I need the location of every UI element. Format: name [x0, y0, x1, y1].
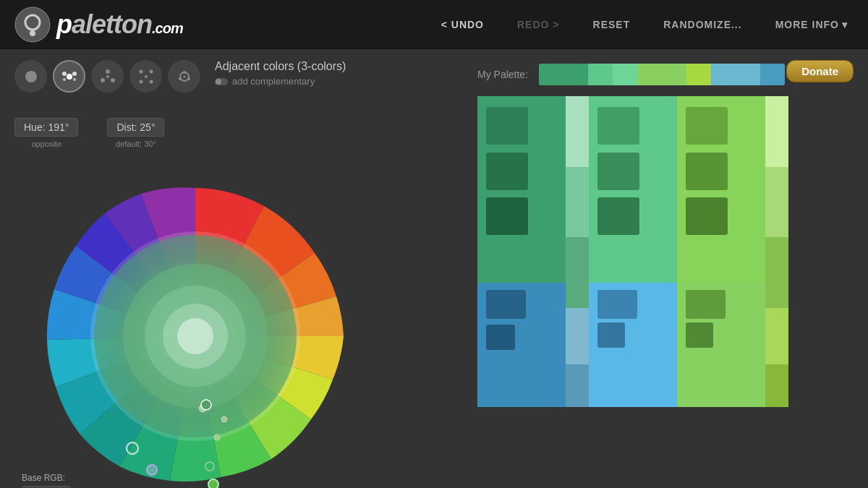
strip-color-3 — [613, 64, 637, 85]
svg-point-2 — [30, 30, 35, 36]
reset-button[interactable]: RESET — [587, 15, 637, 34]
wheel-container: Base RGB: 08A04E Fine Tune… — [14, 163, 376, 488]
dist-control: Dist: 25° default: 30° — [107, 118, 164, 148]
palette-col-3 — [677, 96, 765, 407]
side-swatch-1a[interactable] — [566, 96, 589, 167]
svg-point-38 — [208, 479, 218, 488]
swatch-lgreen-2 — [686, 153, 728, 190]
complementary-toggle[interactable] — [215, 78, 228, 85]
swatch-dark-2 — [486, 153, 528, 190]
logo: paletton.com — [14, 7, 435, 43]
side-swatch-1b[interactable] — [566, 167, 589, 238]
dist-sub: default: 30° — [116, 140, 156, 148]
slider-controls: Hue: 191° opposite Dist: 25° default: 30… — [14, 118, 463, 148]
dist-label[interactable]: Dist: 25° — [107, 118, 164, 137]
side-swatch-2c[interactable] — [765, 237, 788, 308]
svg-point-5 — [62, 72, 67, 76]
svg-point-14 — [149, 69, 153, 73]
palette-grid — [477, 96, 788, 407]
side-swatch-2b[interactable] — [765, 167, 788, 238]
svg-point-37 — [147, 465, 157, 475]
right-panel: My Palette: — [463, 60, 854, 477]
svg-point-16 — [149, 80, 153, 83]
svg-point-7 — [63, 78, 66, 81]
strip-color-5 — [686, 64, 711, 85]
palette-strip — [539, 64, 785, 85]
randomize-button[interactable]: RANDOMIZE... — [658, 15, 747, 34]
logo-text: paletton.com — [56, 9, 183, 40]
palette-label: Adjacent colors (3-colors) add complemen… — [215, 60, 346, 87]
swatch-blue-1 — [486, 290, 526, 319]
chevron-down-icon: ▾ — [842, 19, 848, 30]
svg-point-22 — [183, 75, 185, 77]
swatch-blue-2 — [486, 325, 515, 350]
hue-control: Hue: 191° opposite — [14, 118, 78, 148]
swatch-lgreen-3 — [686, 197, 728, 235]
side-swatch-1e[interactable] — [566, 364, 589, 407]
donate-button[interactable]: Donate — [786, 60, 854, 82]
main-area: Donate — [0, 49, 868, 488]
svg-point-0 — [15, 7, 50, 42]
palette-col2-main[interactable] — [589, 96, 677, 283]
svg-point-20 — [187, 77, 190, 80]
svg-point-8 — [73, 78, 76, 81]
mode-icons — [14, 60, 200, 93]
add-complementary[interactable]: add complementary — [215, 76, 346, 87]
mode-tetrad[interactable] — [129, 60, 162, 93]
swatch-green-3 — [597, 197, 639, 235]
hue-label[interactable]: Hue: 191° — [14, 118, 78, 137]
svg-point-29 — [177, 318, 213, 354]
redo-button[interactable]: REDO > — [511, 15, 566, 34]
swatch-dark-3 — [486, 197, 528, 235]
svg-point-9 — [106, 69, 110, 74]
swatch-blue2-1 — [597, 290, 637, 319]
svg-point-10 — [101, 78, 105, 82]
left-panel: Adjacent colors (3-colors) add complemen… — [14, 60, 463, 477]
hue-sub: opposite — [31, 140, 61, 148]
strip-color-2 — [588, 64, 613, 85]
logo-icon — [14, 7, 51, 43]
side-swatch-2d[interactable] — [765, 308, 788, 364]
svg-point-36 — [201, 400, 211, 410]
swatch-green-2 — [597, 153, 639, 190]
header: paletton.com < UNDO REDO > RESET RANDOMI… — [0, 0, 868, 49]
side-swatch-1d[interactable] — [566, 308, 589, 364]
palette-col3-main[interactable] — [677, 96, 765, 283]
mode-free[interactable] — [168, 60, 200, 93]
palette-col2-bottom[interactable] — [589, 283, 677, 407]
base-rgb-label: Base RGB: — [22, 473, 71, 483]
swatch-lgreen-1 — [686, 107, 728, 145]
strip-color-6 — [711, 64, 760, 85]
more-info-button[interactable]: MORE INFO ▾ — [770, 15, 854, 34]
svg-point-17 — [145, 75, 148, 78]
svg-point-19 — [183, 71, 186, 74]
palette-col-1 — [477, 96, 566, 407]
side-swatches-1 — [566, 96, 589, 407]
strip-color-1 — [539, 64, 588, 85]
palette-col3-bottom[interactable] — [677, 283, 765, 407]
side-swatch-1c[interactable] — [566, 237, 589, 308]
svg-point-6 — [72, 72, 77, 76]
palette-col-2 — [589, 96, 677, 407]
swatch-dark-1 — [486, 107, 528, 145]
svg-point-35 — [214, 435, 220, 440]
swatch-lgreen4-2 — [686, 322, 713, 348]
svg-point-15 — [139, 80, 142, 83]
mode-mono[interactable] — [14, 60, 47, 93]
base-info: Base RGB: 08A04E — [22, 473, 71, 488]
side-swatch-2e[interactable] — [765, 364, 788, 407]
strip-color-4 — [637, 64, 686, 85]
strip-color-7 — [760, 64, 785, 85]
palette-col1-bottom[interactable] — [477, 283, 566, 407]
mode-triad[interactable] — [91, 60, 124, 93]
color-wheel[interactable] — [25, 166, 365, 488]
undo-button[interactable]: < UNDO — [435, 15, 490, 34]
palette-col1-main[interactable] — [477, 96, 566, 283]
svg-point-34 — [221, 416, 227, 422]
side-swatches-2 — [765, 96, 788, 407]
swatch-blue2-2 — [597, 322, 625, 348]
palette-title: Adjacent colors (3-colors) — [215, 60, 346, 73]
side-swatch-2a[interactable] — [765, 96, 788, 167]
mode-adjacent[interactable] — [53, 60, 85, 93]
svg-point-4 — [67, 74, 72, 80]
